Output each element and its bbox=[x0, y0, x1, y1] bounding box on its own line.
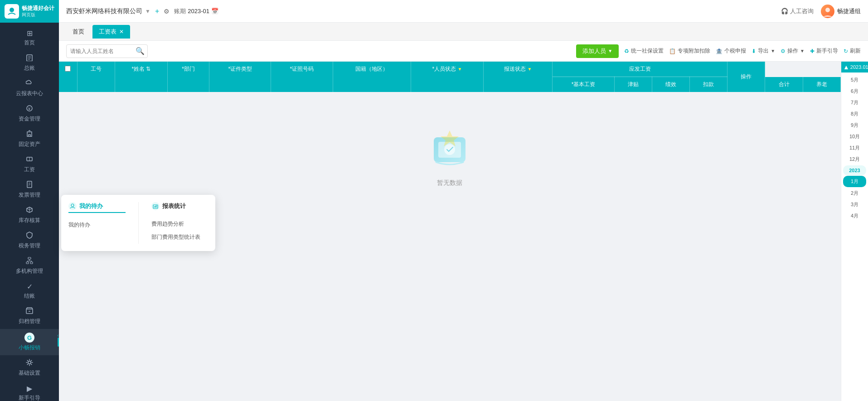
company-selector[interactable]: 西安虾米网络科技有限公司 ▼ bbox=[66, 7, 150, 15]
month-10[interactable]: 10月 bbox=[841, 131, 868, 142]
search-input-wrap[interactable]: 🔍 bbox=[66, 44, 148, 58]
sidebar-item-basic-settings[interactable]: 基础设置 bbox=[0, 355, 59, 381]
home-icon: ⊞ bbox=[27, 29, 33, 38]
sidebar-item-closing[interactable]: ✓ 结账 bbox=[0, 279, 59, 304]
svg-rect-7 bbox=[27, 132, 32, 136]
month-11[interactable]: 11月 bbox=[841, 142, 868, 154]
guide-icon: ✚ bbox=[810, 48, 815, 54]
month-4[interactable]: 4月 bbox=[841, 210, 868, 222]
logo-text: 畅捷通好会计 网页版 bbox=[22, 5, 54, 18]
tabs-bar: 首页 工资表 ✕ bbox=[59, 23, 868, 41]
sidebar-item-invoice[interactable]: 发票管理 bbox=[0, 177, 59, 203]
month-1[interactable]: 1月 bbox=[843, 176, 866, 187]
svg-point-26 bbox=[71, 204, 74, 207]
new-guide-btn[interactable]: ✚ 新手引导 bbox=[810, 47, 838, 55]
export-btn[interactable]: ⬇ 导出 ▼ bbox=[752, 47, 775, 55]
month-5[interactable]: 5月 bbox=[841, 74, 868, 86]
topbar-right: 🎧 人工咨询 bbox=[781, 5, 861, 18]
user-info[interactable]: 畅捷通组 bbox=[821, 5, 861, 18]
th-report-status: 报送状态 ▼ bbox=[484, 62, 553, 77]
th-pension: 养老 bbox=[803, 77, 840, 92]
toolbar: 🔍 添加人员 ▼ ♻ 统一社保设置 📋 专项附加扣除 🏦 个税申报 ⬇ 导出 ▼… bbox=[59, 41, 868, 62]
tab-home[interactable]: 首页 bbox=[66, 25, 91, 39]
building-icon bbox=[26, 130, 33, 139]
report-icon bbox=[151, 202, 160, 210]
popup-item-my-todo[interactable]: 我的待办 bbox=[68, 218, 126, 232]
social-insurance-btn[interactable]: ♻ 统一社保设置 bbox=[624, 47, 664, 55]
month-9[interactable]: 9月 bbox=[841, 120, 868, 131]
add-person-button[interactable]: 添加人员 ▼ bbox=[576, 44, 619, 58]
deduction-icon: 📋 bbox=[669, 48, 676, 54]
sidebar-item-inventory[interactable]: 库存核算 bbox=[0, 203, 59, 228]
th-basic-salary: *基本工资 bbox=[553, 77, 614, 92]
personal-tax-btn[interactable]: 🏦 个税申报 bbox=[716, 47, 746, 55]
th-nationality: 国籍（地区） bbox=[333, 62, 411, 77]
tab-close-icon[interactable]: ✕ bbox=[119, 29, 124, 35]
settings-icon bbox=[26, 359, 33, 368]
customer-service[interactable]: 🎧 人工咨询 bbox=[781, 7, 814, 15]
sidebar-item-fixed-assets[interactable]: 固定资产 bbox=[0, 126, 59, 152]
popup-col-todo: 我的待办 我的待办 bbox=[68, 202, 126, 244]
th-performance: 绩效 bbox=[652, 77, 689, 92]
settings-icon[interactable]: ⚙ bbox=[164, 8, 170, 15]
empty-text: 暂无数据 bbox=[437, 179, 462, 187]
tax-icon: 🏦 bbox=[716, 48, 723, 54]
refresh-btn[interactable]: ↻ 刷新 bbox=[844, 47, 861, 55]
invoice-icon bbox=[26, 181, 33, 190]
xiaochang-icon: G bbox=[24, 333, 34, 343]
month-12[interactable]: 12月 bbox=[841, 154, 868, 165]
sidebar: 畅捷通好会计 网页版 ⊞ 首页 总账 云报表中心 ¥ 资金管理 bbox=[0, 0, 59, 401]
period-selector[interactable]: 账期 2023-01 📅 bbox=[174, 7, 218, 15]
month-7[interactable]: 7月 bbox=[841, 97, 868, 108]
dropdown-arrow-icon: ▼ bbox=[608, 48, 612, 53]
search-input[interactable] bbox=[70, 48, 134, 54]
guide-icon: ▶ bbox=[27, 384, 32, 393]
svg-rect-15 bbox=[26, 262, 29, 264]
sidebar-item-tax[interactable]: 税务管理 bbox=[0, 228, 59, 253]
select-all-checkbox[interactable] bbox=[65, 66, 71, 72]
month-2[interactable]: 2月 bbox=[841, 188, 868, 199]
special-deduction-btn[interactable]: 📋 专项附加扣除 bbox=[669, 47, 710, 55]
topbar-actions: + ⚙ bbox=[155, 7, 170, 15]
add-icon[interactable]: + bbox=[155, 7, 159, 15]
th-empty8 bbox=[411, 77, 484, 92]
ops-arrow-icon: ▼ bbox=[800, 48, 805, 53]
sidebar-item-fund[interactable]: ¥ 资金管理 bbox=[0, 101, 59, 126]
sidebar-nav: ⊞ 首页 总账 云报表中心 ¥ 资金管理 固定资产 bbox=[0, 23, 59, 401]
right-calendar: ▲ 2023.01 ▼ 5月 6月 7月 8月 9月 10月 11月 12月 2… bbox=[841, 62, 868, 401]
calendar-header: ▲ 2023.01 ▼ bbox=[841, 62, 868, 72]
th-name: *姓名 ⇅ bbox=[115, 62, 168, 77]
sidebar-item-home[interactable]: ⊞ 首页 bbox=[0, 25, 59, 50]
sidebar-item-guide[interactable]: ▶ 新手引导 bbox=[0, 381, 59, 401]
calendar-months: 5月 6月 7月 8月 9月 10月 11月 12月 2023 1月 2月 3月… bbox=[841, 72, 868, 401]
salary-icon bbox=[26, 155, 33, 164]
th-checkbox[interactable] bbox=[59, 62, 77, 77]
month-6[interactable]: 6月 bbox=[841, 86, 868, 97]
operations-btn[interactable]: ⚙ 操作 ▼ bbox=[781, 47, 805, 55]
dropdown-popup: 我的待办 我的待办 报表统计 费用趋势分析 部门费用类型统计表 bbox=[61, 195, 215, 251]
calendar-prev-icon[interactable]: ▲ bbox=[842, 63, 850, 71]
popup-item-dept-cost[interactable]: 部门费用类型统计表 bbox=[151, 231, 209, 244]
cloud-icon bbox=[26, 79, 33, 88]
app-logo: 畅捷通好会计 网页版 bbox=[0, 0, 59, 23]
company-name: 西安虾米网络科技有限公司 bbox=[66, 7, 142, 15]
month-8[interactable]: 8月 bbox=[841, 108, 868, 120]
th-empty5 bbox=[209, 77, 271, 92]
sidebar-item-cloud-report[interactable]: 云报表中心 bbox=[0, 76, 59, 101]
popup-item-cost-trend[interactable]: 费用趋势分析 bbox=[151, 217, 209, 231]
sidebar-item-ledger[interactable]: 总账 bbox=[0, 50, 59, 76]
export-arrow-icon: ▼ bbox=[771, 48, 775, 53]
sidebar-item-xiaochang[interactable]: G 小畅报销 ‹ bbox=[0, 329, 59, 355]
th-id-type: *证件类型 bbox=[209, 62, 271, 77]
sidebar-item-archive[interactable]: 归档管理 bbox=[0, 304, 59, 329]
sidebar-item-multi-org[interactable]: 多机构管理 bbox=[0, 253, 59, 279]
th-person-status: *人员状态 ▼ bbox=[411, 62, 484, 77]
social-icon: ♻ bbox=[624, 48, 629, 54]
month-3[interactable]: 3月 bbox=[841, 199, 868, 210]
tab-salary-table[interactable]: 工资表 ✕ bbox=[92, 25, 130, 39]
th-empty1 bbox=[59, 77, 77, 92]
popup-divider bbox=[138, 202, 139, 244]
sidebar-item-salary[interactable]: 工资 bbox=[0, 152, 59, 177]
popup-section: 我的待办 我的待办 报表统计 费用趋势分析 部门费用类型统计表 bbox=[68, 202, 208, 244]
popup-section2-title: 报表统计 bbox=[151, 202, 209, 212]
